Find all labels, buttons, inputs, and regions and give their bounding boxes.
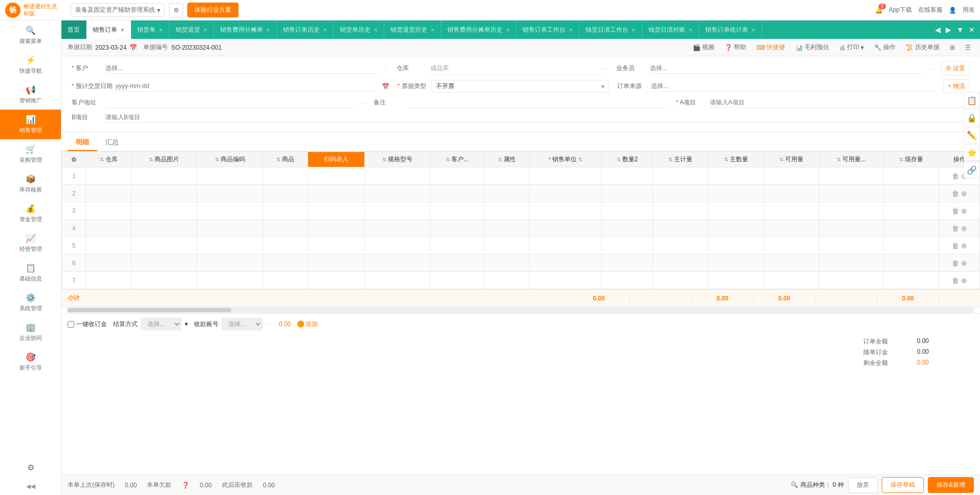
tab-sales-order-workbench[interactable]: 销售订单工作台✕ — [516, 20, 579, 39]
operation-btn[interactable]: 🔧操作 — [871, 42, 899, 53]
sidebar-item-search[interactable]: 🔍搜索菜单 — [0, 20, 61, 50]
receipt-more-icon[interactable]: ··· — [268, 320, 273, 328]
print-btn[interactable]: 🖨打印 ▾ — [836, 42, 867, 53]
save-new-button[interactable]: 保存&新增 — [928, 477, 974, 493]
tab-receivable-workbench[interactable]: 钱货日清工作台✕ — [579, 20, 642, 39]
col-header-stock[interactable]: ⇅现存量 — [883, 152, 939, 167]
tab-close-sales-order[interactable]: ✕ — [120, 27, 124, 33]
settings-config-btn[interactable]: ⚙ 设置 — [941, 61, 970, 75]
right-float-5[interactable]: 🔗 — [964, 162, 980, 178]
copy-icon-7[interactable]: ⊕ — [961, 276, 967, 285]
save-draft-button[interactable]: 保存草稿 — [882, 477, 924, 493]
tab-close-receivable-reconcile[interactable]: ✕ — [688, 27, 692, 33]
detail-tab-detail[interactable]: 明细 — [68, 135, 97, 151]
help-btn[interactable]: ❓帮助 — [722, 42, 749, 53]
tab-close-sales-expense-split[interactable]: ✕ — [266, 27, 270, 33]
online-service-link[interactable]: 在线客服 — [918, 6, 943, 14]
address-more-icon[interactable]: ··· — [360, 99, 365, 106]
tab-sales-order-history[interactable]: 销售订单历史✕ — [277, 20, 334, 39]
col-header-main_qty[interactable]: ⇅主数量 — [708, 152, 764, 167]
col-header-quantity2[interactable]: ⇅数量2 — [602, 152, 652, 167]
grid-view-btn[interactable]: ⊞ — [947, 43, 958, 52]
calendar-icon[interactable]: 📅 — [129, 44, 137, 51]
salesperson-input[interactable] — [650, 63, 923, 74]
invoice-type-select[interactable]: 不开票 ▾ — [431, 80, 609, 93]
customer-address-input[interactable] — [105, 97, 355, 108]
add-receipt-btn[interactable]: 🟠 添加 — [297, 320, 318, 329]
copy-icon-5[interactable]: ⊕ — [961, 242, 967, 250]
tab-close-sales-order-workbench[interactable]: ✕ — [569, 27, 573, 33]
scroll-thumb[interactable] — [68, 308, 231, 312]
col-header-product_image[interactable]: ⇅商品图片 — [131, 152, 197, 167]
remark-input[interactable] — [407, 97, 667, 108]
receipt-account-select[interactable]: 选择... — [222, 318, 263, 330]
view-video-btn[interactable]: 🎬视频 — [690, 42, 717, 53]
warehouse-more-icon[interactable]: ··· — [603, 65, 608, 72]
sidebar-item-operations[interactable]: 📈经营管理 — [0, 228, 61, 258]
tab-sales-order[interactable]: 销售订单✕ — [86, 20, 131, 39]
col-header-warehouse[interactable]: ⇅仓库 — [86, 152, 131, 167]
tab-next-arrow[interactable]: ▶ — [944, 25, 953, 35]
col-header-available[interactable]: ⇅可用量 — [764, 152, 819, 167]
col-header-spec_model[interactable]: ⇅规格型号 — [364, 152, 430, 167]
tab-close-sales-refund[interactable]: ✕ — [203, 27, 207, 33]
delete-icon-3[interactable]: 🗑 — [952, 207, 959, 215]
tab-close-receivable-workbench[interactable]: ✕ — [631, 27, 636, 33]
app-download-link[interactable]: App下载 — [889, 6, 912, 14]
history-doc-btn[interactable]: 📜历史单据 — [903, 42, 943, 53]
sidebar-item-finance[interactable]: 💰资金管理 — [0, 199, 61, 228]
sidebar-item-quick-nav[interactable]: ⚡快捷导航 — [0, 50, 61, 80]
b-project-input[interactable] — [105, 112, 970, 123]
horizontal-scrollbar[interactable] — [68, 307, 974, 313]
profit-estimate-btn[interactable]: 📊毛利预估 — [792, 42, 832, 53]
logistics-btn[interactable]: + 物流 — [943, 79, 970, 93]
notification-bell[interactable]: 🔔 9 — [875, 7, 883, 14]
customer-input[interactable] — [105, 63, 378, 74]
salesperson-more-icon[interactable]: ··· — [928, 65, 933, 72]
tab-prev-arrow[interactable]: ◀ — [933, 25, 943, 35]
delete-icon-5[interactable]: 🗑 — [952, 242, 959, 250]
tab-sales-stats[interactable]: 销售订单统计表✕ — [699, 20, 762, 39]
col-header-sales_unit[interactable]: *销售单位⇅ — [529, 152, 602, 167]
settings-icon[interactable]: ⚙ — [169, 3, 183, 17]
sidebar-item-marketing[interactable]: 📢营销推广 — [0, 80, 61, 110]
system-selector[interactable]: 装备及固定资产辅助管理系统 ▾ — [71, 3, 165, 17]
detail-tab-summary[interactable]: 汇总 — [97, 135, 127, 151]
copy-icon-4[interactable]: ⊕ — [961, 224, 967, 232]
sidebar-item-sales[interactable]: 📊销售管理 — [0, 110, 61, 139]
tab-sales-refund-history[interactable]: 销货退货历史✕ — [384, 20, 441, 39]
tab-receivable-reconcile[interactable]: 钱货日清对账✕ — [642, 20, 699, 39]
sidebar-item-enterprise[interactable]: 🏢企业协同 — [0, 317, 61, 347]
payment-method-select[interactable]: 选择... — [141, 318, 182, 330]
sidebar-item-base-info[interactable]: 📋基础信息 — [0, 258, 61, 288]
tab-close-sales-stats[interactable]: ✕ — [751, 27, 755, 33]
customer-more-icon[interactable]: ··· — [383, 65, 388, 72]
tab-close-all[interactable]: ✕ — [967, 25, 977, 35]
copy-icon-6[interactable]: ⊕ — [961, 259, 967, 267]
discard-button[interactable]: 放弃 — [848, 477, 878, 493]
delete-icon-1[interactable]: 🗑 — [952, 172, 959, 180]
delete-icon-6[interactable]: 🗑 — [952, 259, 959, 267]
list-view-btn[interactable]: ☰ — [962, 43, 974, 52]
col-header-product[interactable]: ⇅商品 — [263, 152, 308, 167]
copy-icon-2[interactable]: ⊕ — [961, 189, 967, 198]
copy-icon-3[interactable]: ⊕ — [961, 207, 967, 215]
tab-close-sales-expense-history[interactable]: ✕ — [506, 27, 510, 33]
col-header-customer_code[interactable]: ⇅客户... — [430, 152, 484, 167]
tab-close-sales-return[interactable]: ✕ — [159, 27, 163, 33]
right-float-1[interactable]: 📋 — [964, 92, 980, 109]
a-project-input[interactable] — [710, 97, 970, 108]
right-float-3[interactable]: ✏️ — [964, 127, 980, 143]
right-float-4[interactable]: ⭐ — [964, 144, 980, 161]
sidebar-item-system[interactable]: ⚙️系统管理 — [0, 288, 61, 317]
order-source-input[interactable] — [651, 81, 935, 92]
tab-home[interactable]: 首页 — [61, 20, 86, 39]
tab-close-sales-return-history[interactable]: ✕ — [374, 27, 378, 33]
tab-close-sales-order-history[interactable]: ✕ — [323, 27, 327, 33]
delivery-date-input[interactable] — [116, 81, 376, 92]
right-float-2[interactable]: 🔒 — [964, 110, 980, 126]
one-click-collect-checkbox[interactable] — [68, 321, 74, 328]
shortcut-btn[interactable]: ⌨快捷键 — [753, 42, 788, 53]
col-header-attributes[interactable]: ⇅属性 — [484, 152, 529, 167]
sidebar-settings[interactable]: ⚙ — [0, 458, 61, 478]
